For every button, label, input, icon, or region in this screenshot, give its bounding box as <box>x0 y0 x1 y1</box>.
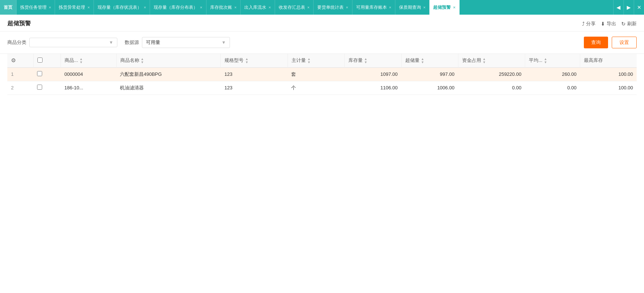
nav-tab-close-3[interactable]: × <box>200 5 202 10</box>
nav-tab-close-7[interactable]: × <box>346 5 348 10</box>
col-label-unit: 主计量 <box>292 58 306 63</box>
nav-tab-8[interactable]: 可用量库存账本× <box>352 0 395 15</box>
nav-tab-label-3: 现存量（库存分布表） <box>154 4 198 11</box>
nav-tab-close-5[interactable]: × <box>268 5 271 10</box>
refresh-icon: ↻ <box>621 21 626 27</box>
cell-avg: 0.00 <box>525 81 580 94</box>
col-header-spec[interactable]: 规格型号▲▼ <box>221 54 288 67</box>
cell-capital: 0.00 <box>458 81 525 94</box>
export-label: 导出 <box>607 21 616 27</box>
export-button[interactable]: ⬇ 导出 <box>601 21 616 27</box>
refresh-button[interactable]: ↻ 刷新 <box>621 21 637 27</box>
nav-tab-10[interactable]: 超储预警× <box>429 0 459 15</box>
data-source-select[interactable]: 可用量 ▼ <box>142 37 230 48</box>
nav-tab-label-8: 可用量库存账本 <box>356 4 387 11</box>
table-row: 2186-10...机油滤清器123个1106.001006.000.000.0… <box>7 81 637 94</box>
col-header-product_name[interactable]: 商品名称▲▼ <box>116 54 221 67</box>
col-label-max_stock: 最高库存 <box>584 58 603 63</box>
col-header-gear: ⚙ <box>7 54 33 67</box>
cell-stock: 1106.00 <box>344 81 401 94</box>
sort-icon-spec: ▲▼ <box>245 58 248 64</box>
col-header-avg[interactable]: 平均...▲▼ <box>525 54 580 67</box>
sort-icon-product_name: ▲▼ <box>141 58 144 64</box>
cell-gear: 2 <box>7 81 33 94</box>
col-label-capital: 资金占用 <box>462 58 481 63</box>
nav-tab-7[interactable]: 要货单统计表× <box>314 0 352 15</box>
nav-tab-9[interactable]: 保质期查询× <box>395 0 429 15</box>
product-category-select[interactable]: ▼ <box>29 38 117 47</box>
row-index: 1 <box>11 71 14 77</box>
export-icon: ⬇ <box>601 21 605 27</box>
header-actions: ⤴ 分享 ⬇ 导出 ↻ 刷新 <box>582 21 637 27</box>
data-source-label: 数据源 <box>125 39 139 46</box>
nav-tab-label-4: 库存批次账 <box>210 4 232 11</box>
nav-tab-close-2[interactable]: × <box>144 5 146 10</box>
nav-tab-close-9[interactable]: × <box>423 5 425 10</box>
nav-prev-btn[interactable]: ◀ <box>613 0 623 15</box>
nav-home-label: 首页 <box>4 4 12 11</box>
data-table: ⚙商品...▲▼商品名称▲▼规格型号▲▼主计量▲▼库存量▲▼超储量▲▼资金占用▲… <box>7 54 637 95</box>
nav-tab-close-4[interactable]: × <box>234 5 237 10</box>
cell-product_code: 0000004 <box>61 67 117 81</box>
sort-icon-stock: ▲▼ <box>364 58 367 64</box>
select-all-checkbox[interactable] <box>37 58 43 63</box>
cell-spec: 123 <box>221 67 288 81</box>
nav-tab-label-1: 拣货异常处理 <box>59 4 85 11</box>
nav-close-btn[interactable]: ✕ <box>634 0 644 15</box>
nav-tab-label-7: 要货单统计表 <box>317 4 344 11</box>
cell-gear: 1 <box>7 67 33 81</box>
query-button[interactable]: 查询 <box>584 37 608 48</box>
nav-tab-5[interactable]: 出入库流水× <box>241 0 275 15</box>
nav-tab-label-6: 收发存汇总表 <box>279 4 305 11</box>
share-label: 分享 <box>586 21 596 27</box>
row-checkbox-0[interactable] <box>37 71 42 76</box>
nav-tab-close-0[interactable]: × <box>49 5 51 10</box>
nav-tab-3[interactable]: 现存量（库存分布表）× <box>150 0 206 15</box>
page-header: 超储预警 ⤴ 分享 ⬇ 导出 ↻ 刷新 <box>0 15 644 31</box>
sort-icon-over_stock: ▲▼ <box>421 58 424 64</box>
col-header-unit[interactable]: 主计量▲▼ <box>288 54 344 67</box>
cell-over_stock: 1006.00 <box>401 81 458 94</box>
nav-tab-close-10[interactable]: × <box>453 5 455 10</box>
nav-bar: 首页 拣货任务管理×拣货异常处理×现存量（库存状况表）×现存量（库存分布表）×库… <box>0 0 644 15</box>
page-title: 超储预警 <box>7 20 31 27</box>
settings-button[interactable]: 设置 <box>612 37 637 48</box>
cell-spec: 123 <box>221 81 288 94</box>
cell-unit: 套 <box>288 67 344 81</box>
cell-checkbox <box>33 67 61 81</box>
nav-tab-label-2: 现存量（库存状况表） <box>98 4 142 11</box>
filter-actions: 查询 设置 <box>584 37 637 48</box>
nav-tab-close-1[interactable]: × <box>87 5 89 10</box>
row-checkbox-1[interactable] <box>37 85 42 90</box>
nav-tab-6[interactable]: 收发存汇总表× <box>275 0 314 15</box>
nav-tab-close-6[interactable]: × <box>307 5 310 10</box>
nav-tab-0[interactable]: 拣货任务管理× <box>17 0 55 15</box>
col-header-checkbox <box>33 54 61 67</box>
nav-tab-2[interactable]: 现存量（库存状况表）× <box>94 0 150 15</box>
cell-max_stock: 100.00 <box>580 67 637 81</box>
sort-icon-capital: ▲▼ <box>483 58 486 64</box>
col-header-product_code[interactable]: 商品...▲▼ <box>61 54 117 67</box>
nav-tab-1[interactable]: 拣货异常处理× <box>55 0 94 15</box>
col-header-max_stock: 最高库存 <box>580 54 637 67</box>
nav-tab-label-5: 出入库流水 <box>244 4 266 11</box>
nav-tab-4[interactable]: 库存批次账× <box>206 0 241 15</box>
col-header-stock[interactable]: 库存量▲▼ <box>344 54 401 67</box>
sort-icon-product_code: ▲▼ <box>80 58 83 64</box>
share-button[interactable]: ⤴ 分享 <box>582 21 596 27</box>
nav-tab-close-8[interactable]: × <box>389 5 391 10</box>
col-label-product_name: 商品名称 <box>120 58 139 63</box>
nav-next-btn[interactable]: ▶ <box>623 0 634 15</box>
cell-product_code: 186-10... <box>61 81 117 94</box>
row-index: 2 <box>11 85 14 90</box>
nav-home[interactable]: 首页 <box>0 0 17 15</box>
gear-icon[interactable]: ⚙ <box>11 57 16 63</box>
col-header-over_stock[interactable]: 超储量▲▼ <box>401 54 458 67</box>
col-header-capital[interactable]: 资金占用▲▼ <box>458 54 525 67</box>
cell-avg: 260.00 <box>525 67 580 81</box>
col-label-stock: 库存量 <box>348 58 363 63</box>
filter-bar: 商品分类 ▼ 数据源 可用量 ▼ 查询 设置 <box>0 31 644 54</box>
table-row: 10000004六配套新昌490BPG123套1097.00997.002592… <box>7 67 637 81</box>
page-container: 超储预警 ⤴ 分享 ⬇ 导出 ↻ 刷新 商品分类 ▼ 数据源 <box>0 15 644 293</box>
chevron-down-icon-2: ▼ <box>222 40 226 45</box>
